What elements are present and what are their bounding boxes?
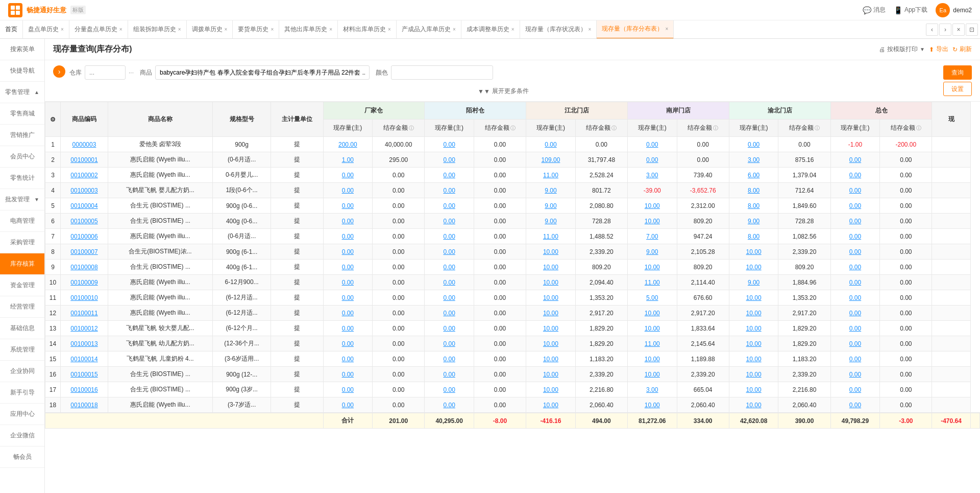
tab-material-history[interactable]: 材料出库单历史×	[338, 20, 397, 39]
tab-close-icon[interactable]: ×	[178, 27, 181, 32]
table-cell[interactable]: 8.00	[729, 229, 778, 244]
tab-close-icon[interactable]: ×	[61, 27, 64, 32]
table-cell[interactable]: 10.00	[526, 290, 576, 306]
table-cell[interactable]: 0.00	[425, 244, 474, 260]
refresh-btn[interactable]: ↻ 刷新	[952, 45, 972, 54]
table-cell[interactable]: 3.00	[627, 168, 677, 183]
table-cell[interactable]: 11.00	[526, 168, 576, 183]
table-cell[interactable]: 1.00	[323, 152, 373, 168]
table-cell[interactable]: 10.00	[627, 367, 677, 382]
table-cell[interactable]: 10.00	[526, 382, 576, 397]
table-cell[interactable]: 8.00	[729, 183, 778, 198]
table-cell[interactable]: 0.00	[323, 244, 373, 260]
table-cell[interactable]: 0.00	[830, 351, 880, 367]
table-cell[interactable]: 0.00	[830, 198, 880, 214]
table-cell[interactable]: 0.00	[425, 367, 474, 382]
table-cell[interactable]: 0.00	[830, 382, 880, 397]
app-download-btn[interactable]: 📱 App下载	[894, 6, 927, 14]
table-cell[interactable]: 10.00	[627, 321, 677, 336]
table-cell[interactable]: 0.00	[830, 152, 880, 168]
table-cell[interactable]: 00100011	[61, 306, 108, 321]
table-cell[interactable]: 0000003	[61, 137, 108, 152]
table-cell[interactable]: 0.00	[830, 336, 880, 351]
export-btn[interactable]: ⬆ 导出	[929, 45, 948, 54]
tab-expand-btn[interactable]: ⊡	[966, 24, 978, 36]
sidebar-item-wholesale-mgmt[interactable]: 批发管理▼	[0, 189, 44, 210]
sidebar-item-purchase[interactable]: 采购管理	[0, 232, 44, 253]
tab-stock-distribution[interactable]: 现存量（库存分布表）×	[597, 20, 674, 39]
tab-transfer-history[interactable]: 调拨单历史×	[187, 20, 233, 39]
table-cell[interactable]: 0.00	[830, 183, 880, 198]
sidebar-item-search[interactable]: 搜索英单	[0, 39, 44, 60]
table-cell[interactable]: 10.00	[729, 321, 778, 336]
tab-split-history[interactable]: 分量盘点单历史×	[69, 20, 128, 39]
expand-filter-btn[interactable]: ›	[53, 65, 65, 78]
table-cell[interactable]: 0.00	[425, 183, 474, 198]
table-cell[interactable]: 0.00	[830, 306, 880, 321]
table-cell[interactable]: 10.00	[627, 260, 677, 275]
table-cell[interactable]: 0.00	[425, 382, 474, 397]
sidebar-item-inventory[interactable]: 库存核算	[0, 253, 44, 275]
table-cell[interactable]: 0.00	[323, 306, 373, 321]
col-setting[interactable]: ⚙	[45, 102, 61, 137]
sidebar-item-system[interactable]: 系统管理	[0, 339, 44, 361]
table-cell[interactable]: 00100004	[61, 198, 108, 214]
table-cell[interactable]: 0.00	[323, 382, 373, 397]
table-cell[interactable]: 0.00	[425, 397, 474, 413]
table-cell[interactable]: 0.00	[425, 137, 474, 152]
tab-close-icon[interactable]: ×	[388, 27, 391, 32]
table-cell[interactable]: 0.00	[425, 290, 474, 306]
table-cell[interactable]: 0.00	[729, 137, 778, 152]
table-cell[interactable]: 0.00	[830, 168, 880, 183]
table-cell[interactable]: 0.00	[323, 214, 373, 229]
table-cell[interactable]: 10.00	[526, 306, 576, 321]
query-button[interactable]: 查询	[943, 65, 972, 80]
table-cell[interactable]: 0.00	[425, 214, 474, 229]
table-cell[interactable]: 10.00	[627, 306, 677, 321]
warehouse-input[interactable]	[85, 65, 126, 80]
filter-more-btn[interactable]: ▼▼ 展开更多条件	[69, 87, 937, 96]
sidebar-item-quicknav[interactable]: 快捷导航	[0, 60, 44, 82]
table-cell[interactable]: 00100003	[61, 183, 108, 198]
table-cell[interactable]: 0.00	[425, 321, 474, 336]
table-cell[interactable]: 00100016	[61, 382, 108, 397]
table-cell[interactable]: 9.00	[627, 244, 677, 260]
sidebar-item-member[interactable]: 会员中心	[0, 146, 44, 168]
table-cell[interactable]: 10.00	[729, 397, 778, 413]
table-cell[interactable]: 9.00	[526, 214, 576, 229]
table-cell[interactable]: 0.00	[425, 198, 474, 214]
table-cell[interactable]: 00100002	[61, 168, 108, 183]
table-cell[interactable]: 10.00	[729, 290, 778, 306]
tab-close-icon[interactable]: ×	[453, 27, 456, 32]
table-cell[interactable]: 9.00	[526, 198, 576, 214]
table-cell[interactable]: 0.00	[830, 275, 880, 290]
tab-close-icon[interactable]: ×	[511, 27, 514, 32]
tab-inventory-history[interactable]: 盘点单历史×	[23, 20, 69, 39]
table-cell[interactable]: 0.00	[830, 367, 880, 382]
tab-stock-status[interactable]: 现存量（库存状况表）×	[520, 20, 597, 39]
table-cell[interactable]: 10.00	[729, 382, 778, 397]
tab-close-icon[interactable]: ×	[119, 27, 122, 32]
tab-product-history[interactable]: 产成品入库单历史×	[397, 20, 461, 39]
table-cell[interactable]: 10.00	[526, 321, 576, 336]
sidebar-item-retail-mall[interactable]: 零售商城	[0, 103, 44, 125]
table-cell[interactable]: 10.00	[729, 367, 778, 382]
setting-button[interactable]: 设置	[943, 82, 972, 96]
table-cell[interactable]: 11.00	[627, 336, 677, 351]
tab-close-all-btn[interactable]: ×	[952, 24, 965, 36]
table-cell[interactable]: 0.00	[830, 397, 880, 413]
table-cell[interactable]: 10.00	[729, 260, 778, 275]
table-cell[interactable]: 00100001	[61, 152, 108, 168]
sidebar-item-finance[interactable]: 资金管理	[0, 275, 44, 296]
table-cell[interactable]: 0.00	[425, 152, 474, 168]
table-cell[interactable]: 0.00	[323, 260, 373, 275]
table-cell[interactable]: 0.00	[323, 275, 373, 290]
table-cell[interactable]: 10.00	[526, 351, 576, 367]
table-cell[interactable]: 9.00	[729, 214, 778, 229]
table-cell[interactable]: 00100013	[61, 336, 108, 351]
print-btn[interactable]: 🖨 按模版打印 ▼	[879, 45, 925, 54]
table-cell[interactable]: 10.00	[526, 336, 576, 351]
table-cell[interactable]: 0.00	[425, 351, 474, 367]
table-cell[interactable]: 7.00	[627, 229, 677, 244]
tab-home[interactable]: 首页	[0, 20, 23, 39]
